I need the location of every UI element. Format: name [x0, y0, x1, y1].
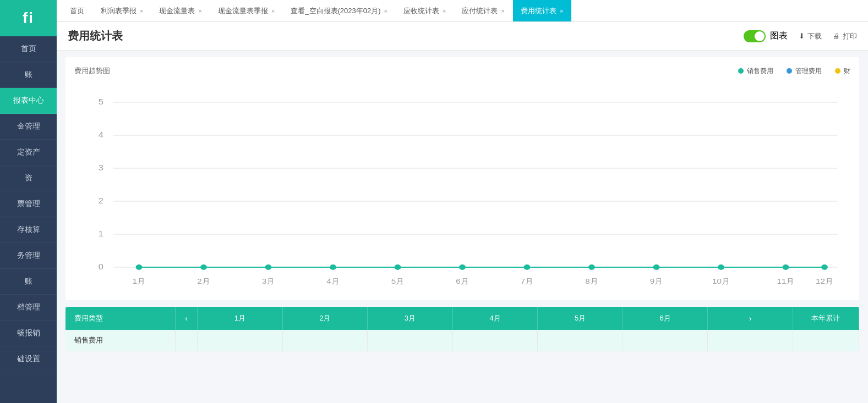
cell-m4 [453, 330, 538, 351]
tab-cashflow[interactable]: 现金流量表 × [151, 0, 210, 21]
sidebar-item-reports[interactable]: 报表中心 [0, 88, 57, 114]
sidebar-item-invoices[interactable]: 票管理 [0, 191, 57, 217]
col-month5: 5月 [538, 307, 623, 330]
svg-text:0: 0 [99, 262, 103, 271]
col-month6: 6月 [623, 307, 708, 330]
svg-text:2月: 2月 [197, 277, 210, 285]
sidebar-logo: fi [0, 0, 57, 36]
page-header: 费用统计表 图表 ⬇ 下载 🖨 打印 [57, 22, 868, 51]
svg-point-18 [524, 264, 531, 270]
sidebar-item-home[interactable]: 首页 [0, 36, 57, 62]
sidebar-item-services[interactable]: 务管理 [0, 243, 57, 269]
tab-close-profit-quarterly[interactable]: × [140, 8, 143, 14]
page-title: 费用统计表 [68, 29, 123, 43]
col-nav[interactable]: ‹ [176, 307, 198, 330]
cell-ytd [793, 330, 859, 351]
svg-point-21 [718, 264, 724, 270]
sidebar-item-settings[interactable]: 础设置 [0, 346, 57, 372]
svg-text:5: 5 [99, 97, 103, 106]
tab-close-cashflow-quarterly[interactable]: × [271, 8, 275, 14]
tab-close-expense[interactable]: × [560, 8, 563, 14]
print-icon: 🖨 [833, 32, 840, 40]
legend-label-sales: 销售费用 [747, 67, 773, 76]
legend-dot-finance [835, 68, 840, 74]
svg-point-20 [653, 264, 660, 270]
tab-close-payable[interactable]: × [501, 8, 504, 14]
svg-text:11月: 11月 [777, 277, 794, 285]
next-month-button[interactable]: › [747, 314, 754, 323]
legend-sales: 销售费用 [738, 67, 773, 76]
download-label: 下载 [807, 31, 822, 41]
svg-text:12月: 12月 [816, 277, 833, 285]
svg-text:1月: 1月 [133, 277, 146, 285]
tab-home[interactable]: 首页 [61, 0, 93, 21]
svg-text:10月: 10月 [712, 277, 730, 285]
download-button[interactable]: ⬇ 下载 [799, 31, 822, 41]
main-content: 首页 利润表季报 × 现金流量表 × 现金流量表季报 × 查看_空白报表(202… [57, 0, 868, 403]
col-type: 费用类型 [65, 307, 176, 330]
svg-point-19 [588, 264, 595, 270]
svg-point-17 [459, 264, 466, 270]
sidebar-item-archive[interactable]: 档管理 [0, 295, 57, 321]
svg-point-13 [200, 264, 207, 270]
svg-text:7月: 7月 [521, 277, 534, 285]
cell-m5 [538, 330, 623, 351]
sidebar-item-cash[interactable]: 金管理 [0, 114, 57, 140]
chart-title: 费用趋势图 [74, 66, 110, 76]
legend-admin: 管理费用 [787, 67, 822, 76]
sidebar-item-assets[interactable]: 定资产 [0, 140, 57, 165]
cell-m3 [368, 330, 453, 351]
svg-text:4: 4 [99, 130, 104, 139]
col-month4: 4月 [453, 307, 538, 330]
tabbar: 首页 利润表季报 × 现金流量表 × 现金流量表季报 × 查看_空白报表(202… [57, 0, 868, 22]
svg-text:4月: 4月 [326, 277, 340, 285]
header-actions: 图表 ⬇ 下载 🖨 打印 [744, 30, 857, 42]
tab-expense[interactable]: 费用统计表 × [513, 0, 571, 21]
tab-close-blank-report[interactable]: × [384, 8, 387, 14]
print-button[interactable]: 🖨 打印 [833, 31, 857, 41]
cell-m2 [283, 330, 368, 351]
svg-text:2: 2 [99, 196, 103, 205]
tab-cashflow-quarterly[interactable]: 现金流量表季报 × [210, 0, 283, 21]
legend-dot-sales [738, 68, 744, 74]
svg-point-16 [395, 264, 401, 270]
svg-text:3月: 3月 [262, 277, 275, 285]
chart-toggle[interactable] [744, 30, 766, 42]
sidebar-item-ledger[interactable]: 账 [0, 269, 57, 295]
table-row: 销售费用 [65, 330, 859, 351]
table-area: 费用类型 ‹ 1月 2月 3月 4月 5月 [65, 307, 859, 396]
tab-close-cashflow[interactable]: × [198, 8, 201, 14]
tab-payable[interactable]: 应付统计表 × [454, 0, 512, 21]
col-ytd: 本年累计 [793, 307, 859, 330]
svg-text:1: 1 [99, 229, 103, 238]
tab-close-receivable[interactable]: × [443, 8, 446, 14]
svg-point-23 [821, 264, 828, 270]
svg-text:8月: 8月 [585, 277, 598, 285]
tab-receivable[interactable]: 应收统计表 × [396, 0, 454, 21]
sidebar-item-account[interactable]: 账 [0, 62, 57, 88]
col-month3: 3月 [368, 307, 453, 330]
tab-blank-report[interactable]: 查看_空白报表(2023年02月) × [283, 0, 396, 21]
tab-profit-quarterly[interactable]: 利润表季报 × [93, 0, 151, 21]
svg-text:5月: 5月 [391, 277, 405, 285]
sidebar: fi 首页 账 报表中心 金管理 定资产 资 票管理 存核算 务管理 账 档管理… [0, 0, 57, 403]
svg-text:9月: 9月 [650, 277, 663, 285]
table-header: 费用类型 ‹ 1月 2月 3月 4月 5月 [65, 307, 859, 330]
print-label: 打印 [843, 31, 857, 41]
legend-finance: 财 [835, 67, 850, 76]
download-icon: ⬇ [799, 32, 805, 40]
svg-point-14 [265, 264, 272, 270]
prev-month-button[interactable]: ‹ [183, 314, 190, 323]
chart-area: 费用趋势图 销售费用 管理费用 财 [65, 57, 859, 300]
sidebar-item-capital[interactable]: 资 [0, 165, 57, 191]
svg-point-22 [783, 264, 789, 270]
cell-type: 销售费用 [65, 330, 176, 351]
page-content: 费用统计表 图表 ⬇ 下载 🖨 打印 费用趋势图 [57, 22, 868, 403]
chart-header: 费用趋势图 销售费用 管理费用 财 [74, 66, 850, 76]
legend-label-finance: 财 [844, 67, 850, 76]
col-nav-next[interactable]: › [708, 307, 793, 330]
svg-point-12 [136, 264, 143, 270]
sidebar-item-expense[interactable]: 畅报销 [0, 321, 57, 346]
sidebar-item-inventory[interactable]: 存核算 [0, 217, 57, 243]
cell-next-nav [708, 330, 793, 351]
